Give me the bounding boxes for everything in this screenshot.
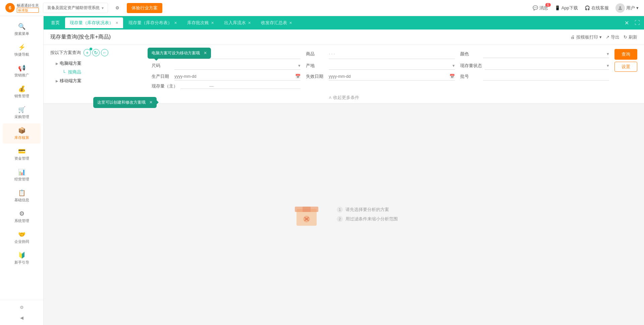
tab-close-icon[interactable]: ✕ xyxy=(248,21,251,25)
tab-home[interactable]: 首页 xyxy=(46,17,64,28)
tab-close-icon[interactable]: ✕ xyxy=(289,21,292,25)
filter-stock-main: 现存量（主） — xyxy=(152,83,301,89)
sidebar-settings-button[interactable]: ⚙ xyxy=(3,303,41,312)
trial-button[interactable]: 体验行业方案 xyxy=(127,3,162,13)
system-selector[interactable]: 装备及固定资产辅助管理系统 ▾ xyxy=(43,3,108,13)
print-icon: 🖨 xyxy=(571,35,575,40)
prev-scheme-button[interactable]: ← xyxy=(101,49,108,56)
tooltip-close-icon[interactable]: ✕ xyxy=(149,100,153,105)
stock-main-range: — xyxy=(180,84,301,89)
empty-step-2: 2 用过滤条件来缩小分析范围 xyxy=(337,216,398,222)
content-area: 首页 现存量（库存状况表） ✕ 现存量（库存分布表） ✕ 库存批次账 ✕ 出入库… xyxy=(44,16,644,325)
sidebar-item-inventory[interactable]: 📦 库存核算 xyxy=(3,123,41,144)
tooltip-create-plan: 这里可以创建和修改方案哦 ✕ xyxy=(93,97,157,108)
message-button[interactable]: 💬 消息 6 xyxy=(533,5,548,11)
sidebar-item-corp[interactable]: 🤝 企业协同 xyxy=(3,227,41,248)
calendar-icon[interactable]: 📅 xyxy=(295,74,301,79)
sidebar-item-operation[interactable]: 📊 经营管理 xyxy=(3,165,41,185)
settings-icon[interactable]: ⚙ xyxy=(112,3,123,13)
tab-expand-icon[interactable]: ⛶ xyxy=(633,19,641,27)
stock-status-select[interactable]: ▾ xyxy=(485,62,609,70)
tab-close-all-icon[interactable]: ✕ xyxy=(623,19,631,27)
size-label: 尺码 xyxy=(152,63,172,69)
tab-bar: 首页 现存量（库存状况表） ✕ 现存量（库存分布表） ✕ 库存批次账 ✕ 出入库… xyxy=(44,16,644,30)
sidebar-item-basic[interactable]: 📋 基础信息 xyxy=(3,186,41,206)
logo-icon: 6 xyxy=(5,3,15,12)
tab-summary[interactable]: 收发存汇总表 ✕ xyxy=(256,17,297,28)
logo-area: 6 畅通通好生意 标准版 xyxy=(5,3,39,13)
add-scheme-button[interactable]: + xyxy=(84,49,91,56)
tooltip-close-icon[interactable]: ✕ xyxy=(204,51,207,55)
sidebar-item-finance[interactable]: 💳 资金管理 xyxy=(3,144,41,164)
basic-icon: 📋 xyxy=(18,189,25,197)
search-icon: 🔍 xyxy=(18,23,25,30)
sidebar-bottom: ⚙ ◀ xyxy=(0,300,43,325)
expire-date-label: 失效日期 xyxy=(306,73,326,79)
corp-icon: 🤝 xyxy=(18,231,25,238)
calendar-icon[interactable]: 📅 xyxy=(449,74,455,79)
tab-close-icon[interactable]: ✕ xyxy=(115,21,118,25)
refresh-scheme-button[interactable]: ↻ xyxy=(92,49,100,56)
empty-state-icon xyxy=(290,197,323,232)
size-chevron-icon: ▾ xyxy=(298,63,301,68)
finance-icon: 💳 xyxy=(18,148,25,155)
page-actions: 🖨 按模板打印 ▾ ↗ 导出 ↻ 刷新 xyxy=(571,34,637,40)
filter-area: 电脑方案可设为移动方案哦 ✕ 按以下方案查询 + ↻ ← xyxy=(44,45,644,104)
expire-date-input[interactable] xyxy=(329,74,449,79)
color-select[interactable]: ▾ xyxy=(483,50,609,58)
origin-select[interactable]: ▾ xyxy=(329,62,455,70)
tab-close-icon[interactable]: ✕ xyxy=(211,21,214,25)
tab-inventory-dist[interactable]: 现存量（库存分布表） ✕ xyxy=(124,17,182,28)
sidebar-item-search[interactable]: 🔍 搜索菜单 xyxy=(3,19,41,40)
sidebar-item-sales[interactable]: 💰 销售管理 xyxy=(3,82,41,102)
sidebar-item-guide[interactable]: 🔰 新手引导 xyxy=(3,248,41,268)
color-chevron-icon: ▾ xyxy=(607,51,609,56)
desktop-plan-group[interactable]: ▶ 电脑端方案 xyxy=(53,59,148,68)
avatar xyxy=(615,3,625,13)
batch-input[interactable] xyxy=(483,72,609,80)
sidebar-item-quick[interactable]: ⚡ 快捷导航 xyxy=(3,40,41,60)
sidebar-collapse-button[interactable]: ◀ xyxy=(3,313,41,322)
page-header: 现存量查询(按仓库+商品) 🖨 按模板打印 ▾ ↗ 导出 ↻ 刷新 xyxy=(44,30,644,45)
filter-size: 尺码 ▾ xyxy=(152,62,301,70)
sidebar-item-marketing[interactable]: 📢 营销推广 xyxy=(3,61,41,81)
goods-dots: ··· xyxy=(329,50,455,57)
tab-close-icon[interactable]: ✕ xyxy=(174,21,177,25)
chevron-down-icon: ▾ xyxy=(102,6,104,10)
guide-icon: 🔰 xyxy=(18,252,25,259)
sidebar-item-purchase[interactable]: 🛒 采购管理 xyxy=(3,103,41,123)
export-button[interactable]: ↗ 导出 xyxy=(606,34,620,40)
stock-status-label: 现存量状态 xyxy=(460,63,482,69)
app-download-button[interactable]: 📱 App下载 xyxy=(555,5,578,11)
search-button[interactable]: 查询 xyxy=(614,49,637,60)
logo-badge: 标准版 xyxy=(17,8,39,13)
tab-inventory-status[interactable]: 现存量（库存状况表） ✕ xyxy=(65,17,123,28)
size-select[interactable]: ▾ xyxy=(174,62,301,70)
filter-goods: 商品 ··· xyxy=(306,49,455,59)
origin-chevron-icon: ▾ xyxy=(452,63,455,68)
sidebar-item-system[interactable]: ⚙ 系统管理 xyxy=(3,207,41,227)
chevron-up-icon: ∧ xyxy=(328,95,332,100)
stock-main-min-input[interactable] xyxy=(180,84,207,89)
set-button[interactable]: 设置 xyxy=(614,62,637,72)
tree-expand-icon: ▶ xyxy=(56,62,58,65)
mobile-plan-group[interactable]: ▶ 移动端方案 xyxy=(53,76,148,85)
print-button[interactable]: 🖨 按模板打印 ▾ xyxy=(571,34,602,40)
produce-date-input-wrapper: 📅 xyxy=(174,72,301,80)
system-icon: ⚙ xyxy=(19,210,24,217)
produce-date-input[interactable] xyxy=(174,74,295,79)
refresh-button[interactable]: ↻ 刷新 xyxy=(624,34,637,40)
empty-state-container: 1 请先选择要分析的方案 2 用过滤条件来缩小分析范围 xyxy=(290,197,398,232)
goods-label: 商品 xyxy=(306,51,326,57)
plan-item-indent: └ xyxy=(62,70,65,75)
tab-batch[interactable]: 库存批次账 ✕ xyxy=(182,17,219,28)
scheme-dot-indicator xyxy=(90,48,92,50)
filter-produce-date: 生产日期 📅 xyxy=(152,72,301,80)
plan-item-goods[interactable]: └ 按商品 xyxy=(60,68,148,76)
user-menu[interactable]: 用户 ▾ xyxy=(615,3,639,13)
plan-tree: ▶ 电脑端方案 └ 按商品 ▶ 移动端方案 xyxy=(50,59,148,85)
online-service-button[interactable]: 🎧 在线客服 xyxy=(585,5,609,11)
tab-inout[interactable]: 出入库流水 ✕ xyxy=(219,17,256,28)
stock-status-chevron-icon: ▾ xyxy=(607,63,609,68)
chevron-down-icon: ▾ xyxy=(636,5,639,10)
